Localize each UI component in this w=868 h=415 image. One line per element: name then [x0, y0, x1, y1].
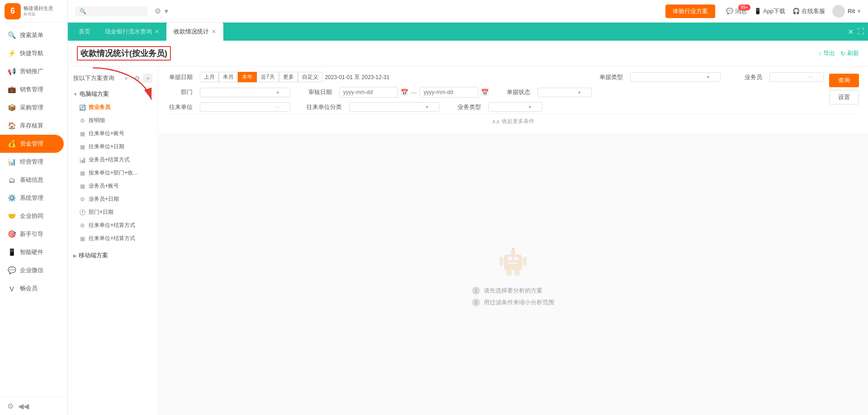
plan-settings-button[interactable]: ⚙	[132, 74, 142, 83]
tab-bank-flow-label: 现金银行流水查询	[105, 28, 152, 36]
cp-category-select[interactable]: ▾	[349, 102, 439, 112]
maximize-icon[interactable]: ⛶	[857, 28, 864, 36]
doc-status-label: 单据状态	[505, 88, 530, 96]
plan-item-by-detail[interactable]: ⚙ 按明细	[68, 114, 158, 127]
date-tab-custom[interactable]: 自定义	[298, 72, 322, 82]
sidebar-item-purchase[interactable]: 📦 采购管理	[0, 99, 67, 117]
dept-select[interactable]: ▾	[200, 88, 290, 97]
dropdown-icon[interactable]: ▾	[165, 7, 168, 15]
calendar-from-icon[interactable]: 📅	[401, 89, 408, 96]
sidebar-item-search[interactable]: 🔍 搜索菜单	[0, 26, 67, 44]
sidebar-item-hardware[interactable]: 📱 智能硬件	[0, 243, 67, 261]
plan-item-cp-dept-label: 按来单位+部门+收...	[89, 169, 137, 177]
biz-type-select[interactable]: ▾	[488, 102, 542, 112]
tab-receivable-close[interactable]: ✕	[212, 28, 216, 35]
sidebar-item-wechat[interactable]: 💬 企业微信	[0, 261, 67, 279]
plan-item-cp-account[interactable]: ▦ 往来单位+账号	[68, 127, 158, 140]
doc-type-select[interactable]: ▾	[630, 72, 721, 82]
plan-group-pc-header[interactable]: ▼ 电脑端方案	[68, 87, 158, 101]
date-tab-this-month[interactable]: 本月	[219, 72, 238, 82]
calendar-to-icon[interactable]: 📅	[481, 89, 489, 96]
trial-button[interactable]: 体验行业方案	[665, 5, 715, 18]
sidebar-item-operation[interactable]: 📊 经营管理	[0, 153, 67, 171]
sidebar-item-basic[interactable]: 🗂 基础信息	[0, 171, 67, 189]
review-date-from[interactable]	[339, 87, 398, 98]
setting-button[interactable]: 设置	[829, 90, 859, 104]
date-tab-this-year[interactable]: 本年	[238, 72, 257, 82]
collapse-button[interactable]: ∧∧ 收起更多条件	[492, 118, 534, 125]
inventory-icon: 🏠	[7, 121, 16, 130]
tip-text-2: 用过滤条件来缩小分析范围	[484, 298, 554, 307]
doc-type-caret: ▾	[707, 75, 709, 80]
settings-bottom-icon[interactable]: ⚙	[7, 402, 14, 410]
doc-status-select[interactable]: ▾	[538, 88, 592, 97]
counterparty-select[interactable]: ···	[200, 102, 290, 112]
collapse-sidebar-icon[interactable]: ◀◀	[18, 402, 29, 410]
collapse-bar: ∧∧ 收起更多条件	[167, 113, 859, 129]
refresh-button[interactable]: ↻ 刷新	[840, 49, 859, 57]
review-date-to[interactable]	[420, 87, 478, 98]
plan-item-by-staff[interactable]: 🔄 按业务员	[68, 101, 158, 114]
tab-home[interactable]: 首页	[71, 23, 98, 41]
plan-item-staff-settle[interactable]: 📊 业务员+结算方式	[68, 153, 158, 166]
add-plan-button[interactable]: +	[122, 74, 131, 83]
sidebar-label-enterprise: 企业协同	[20, 212, 43, 220]
plan-item-staff-settle-label: 业务员+结算方式	[89, 156, 130, 164]
tab-home-label: 首页	[79, 28, 90, 36]
tip-item-2: 2 用过滤条件来缩小分析范围	[472, 298, 554, 307]
tabbar-actions: ✕ ⛶	[848, 28, 864, 36]
doc-type-label: 单据类型	[598, 73, 623, 81]
plan-item-staff-date[interactable]: ⚙ 业务员+日期	[68, 193, 158, 206]
plan-item-dept-date[interactable]: 🕐 部门+日期	[68, 206, 158, 219]
salesman-more[interactable]: ···	[809, 75, 812, 80]
wechat-icon: 💬	[7, 266, 16, 275]
sidebar-item-member[interactable]: V 畅会员	[0, 279, 67, 297]
sidebar-item-marketing[interactable]: 📢 营销推广	[0, 62, 67, 80]
tip-text-1: 请先选择要分析的方案	[484, 287, 542, 295]
enterprise-icon: 🤝	[7, 212, 16, 221]
plan-item-cp-dept[interactable]: ▦ 按来单位+部门+收...	[68, 166, 158, 179]
detail-plan-icon: ⚙	[79, 117, 86, 124]
user-avatar	[832, 5, 845, 18]
sidebar-item-inventory[interactable]: 🏠 库存核算	[0, 117, 67, 135]
user-avatar-area[interactable]: Rit ▾	[832, 5, 861, 18]
sidebar-item-sales[interactable]: 💼 销售管理	[0, 80, 67, 99]
tab-receivable-label: 收款情况统计	[174, 28, 209, 36]
salesman-select[interactable]: ···	[769, 72, 824, 82]
tab-bank-flow-close[interactable]: ✕	[155, 28, 159, 35]
plan-item-cp-settle2[interactable]: ▦ 往来单位+结算方式	[68, 232, 158, 245]
online-service-button[interactable]: 🎧 在线客服	[793, 7, 825, 15]
svg-rect-7	[523, 257, 527, 266]
message-badge: 99+	[738, 5, 750, 10]
settings-icon[interactable]: ⚙	[155, 7, 161, 15]
page-actions: ↑ 导出 ↻ 刷新	[819, 49, 859, 57]
plan-group-mobile-header[interactable]: ▶ 移动端方案	[68, 249, 158, 262]
sidebar-item-finance[interactable]: 💰 资金管理	[0, 135, 64, 153]
filter-row-1: 单据日期 上月 本月 本年 近7天 更多 自定义	[167, 72, 824, 82]
plan-item-dept-date-label: 部门+日期	[89, 208, 113, 216]
plan-item-staff-account[interactable]: ▦ 业务员+账号	[68, 179, 158, 193]
query-button[interactable]: 查询	[829, 74, 859, 87]
message-button[interactable]: 💬 消息 99+	[726, 7, 747, 15]
left-panel: 按以下方案查询 + ⚙ « ▼ 电脑端方案	[68, 66, 158, 415]
date-tab-more[interactable]: 更多	[279, 72, 298, 82]
sidebar-item-quick-nav[interactable]: ⚡ 快捷导航	[0, 44, 67, 62]
plan-item-cp-settle1[interactable]: ⚙ 往来单位+结算方式	[68, 219, 158, 232]
sidebar-item-enterprise[interactable]: 🤝 企业协同	[0, 207, 67, 225]
collapse-panel-button[interactable]: «	[143, 74, 152, 83]
download-icon: 📱	[754, 8, 761, 14]
close-all-tabs-icon[interactable]: ✕	[848, 28, 854, 36]
tab-receivable[interactable]: 收款情况统计 ✕	[166, 23, 223, 41]
app-download-button[interactable]: 📱 App下载	[754, 7, 785, 15]
plan-item-cp-date[interactable]: ▦ 往来单位+日期	[68, 140, 158, 153]
counterparty-more-icon[interactable]: ···	[275, 104, 279, 109]
staff-settle-icon: 📊	[79, 156, 86, 164]
export-button[interactable]: ↑ 导出	[819, 49, 835, 57]
date-tab-last7[interactable]: 近7天	[257, 72, 279, 82]
sidebar-item-system[interactable]: ⚙️ 系统管理	[0, 189, 67, 207]
pc-group-toggle: ▼	[73, 92, 78, 97]
date-tab-prev-month[interactable]: 上月	[200, 72, 219, 82]
sidebar-item-newbie[interactable]: 🎯 新手引导	[0, 225, 67, 243]
tip-item-1: 1 请先选择要分析的方案	[472, 287, 554, 295]
tab-bank-flow[interactable]: 现金银行流水查询 ✕	[98, 23, 166, 41]
